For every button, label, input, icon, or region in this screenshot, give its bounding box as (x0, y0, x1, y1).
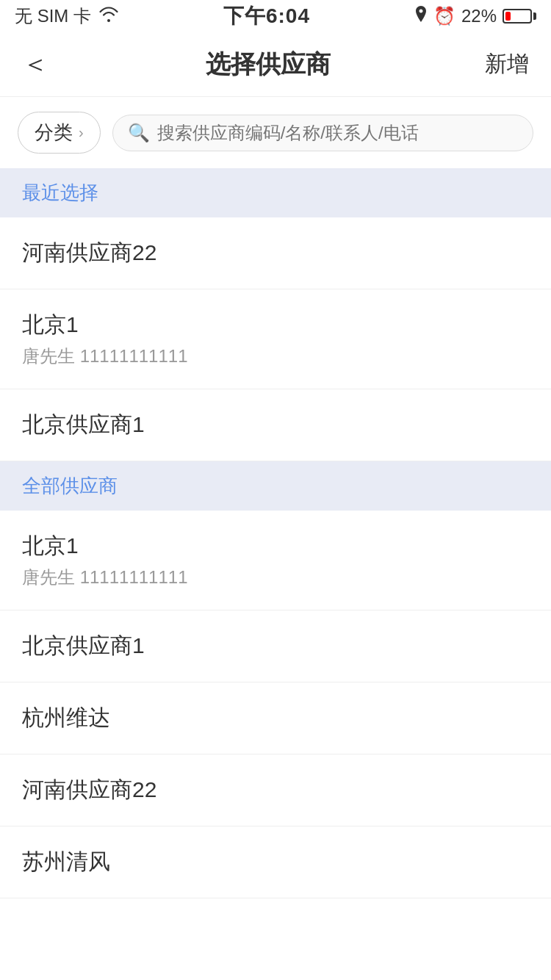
status-bar: 无 SIM 卡 下午6:04 ⏰ 22% (0, 0, 551, 32)
supplier-name: 河南供应商22 (22, 775, 529, 805)
search-icon: 🔍 (128, 123, 150, 143)
supplier-name: 河南供应商22 (22, 238, 529, 268)
supplier-contact: 唐先生 11111111111 (22, 345, 529, 368)
supplier-name: 北京1 (22, 531, 529, 561)
recent-section-label: 最近选择 (22, 181, 98, 203)
list-item[interactable]: 北京1唐先生 11111111111 (0, 289, 551, 389)
battery-icon (503, 9, 536, 24)
search-box: 🔍 (112, 115, 533, 151)
list-item[interactable]: 苏州清风 (0, 826, 551, 898)
back-button[interactable]: ＜ (22, 46, 66, 82)
list-item[interactable]: 北京供应商1 (0, 389, 551, 461)
all-section-label: 全部供应商 (22, 475, 118, 497)
no-sim-text: 无 SIM 卡 (15, 4, 91, 28)
status-left: 无 SIM 卡 (15, 4, 119, 28)
nav-bar: ＜ 选择供应商 新增 (0, 32, 551, 97)
category-label: 分类 (35, 120, 73, 145)
supplier-name: 北京1 (22, 310, 529, 340)
location-icon (414, 6, 428, 26)
add-button[interactable]: 新增 (470, 49, 529, 79)
filter-bar: 分类 › 🔍 (0, 97, 551, 168)
wifi-icon (98, 6, 119, 26)
search-input[interactable] (157, 123, 518, 143)
category-button[interactable]: 分类 › (18, 112, 101, 154)
alarm-icon: ⏰ (433, 6, 455, 26)
battery-percent: 22% (461, 6, 497, 26)
list-item[interactable]: 北京1唐先生 11111111111 (0, 511, 551, 610)
supplier-name: 苏州清风 (22, 847, 529, 877)
supplier-contact: 唐先生 11111111111 (22, 566, 529, 589)
supplier-name: 杭州维达 (22, 703, 529, 733)
list-item[interactable]: 河南供应商22 (0, 217, 551, 289)
recent-items-list: 河南供应商22北京1唐先生 11111111111北京供应商1 (0, 217, 551, 461)
recent-section-header: 最近选择 (0, 168, 551, 217)
list-item[interactable]: 杭州维达 (0, 682, 551, 754)
chevron-right-icon: › (79, 124, 84, 141)
page-title: 选择供应商 (66, 48, 470, 82)
status-time: 下午6:04 (223, 2, 310, 30)
supplier-name: 北京供应商1 (22, 631, 529, 661)
list-item[interactable]: 北京供应商1 (0, 610, 551, 682)
all-section-header: 全部供应商 (0, 461, 551, 511)
list-item[interactable]: 河南供应商22 (0, 754, 551, 826)
supplier-name: 北京供应商1 (22, 410, 529, 440)
status-right: ⏰ 22% (414, 6, 536, 26)
all-items-list: 北京1唐先生 11111111111北京供应商1杭州维达河南供应商22苏州清风 (0, 511, 551, 898)
